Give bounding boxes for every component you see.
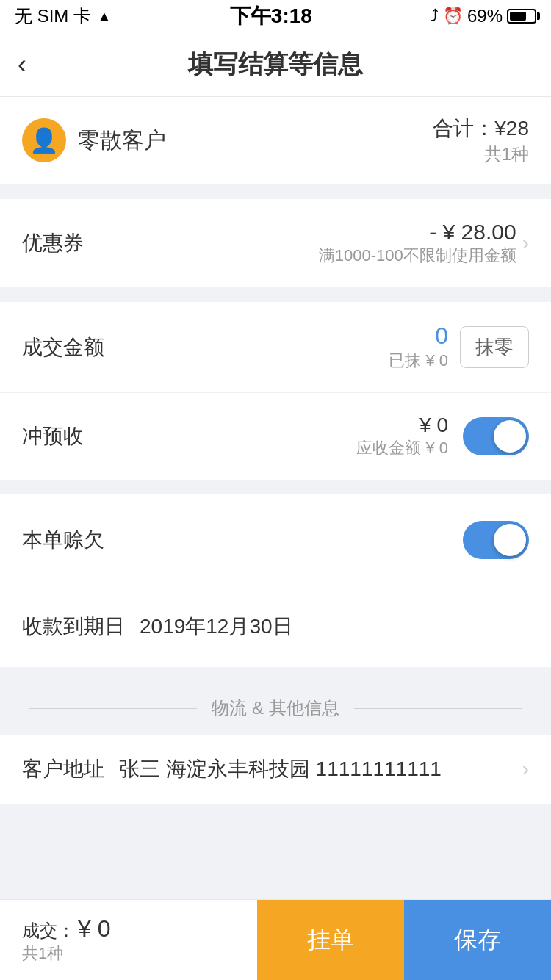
total-count: 共1种 (433, 143, 529, 166)
wifi-icon: ▲ (97, 8, 112, 25)
carrier-label: 无 SIM 卡 (15, 4, 91, 28)
divider-2 (0, 287, 551, 302)
prereceipt-info: ¥ 0 应收金额 ¥ 0 (356, 414, 448, 459)
battery-icon (507, 9, 536, 24)
page-title: 填写结算等信息 (188, 48, 363, 82)
battery-percent: 69% (467, 6, 503, 26)
prereceipt-receivable: 应收金额 ¥ 0 (356, 437, 448, 459)
address-row[interactable]: 客户地址 张三 海淀永丰科技园 11111111111 › (0, 735, 551, 804)
divider-1 (0, 184, 551, 199)
bottom-deal-label: 成交： (22, 919, 75, 943)
back-button[interactable]: ‹ (18, 49, 26, 80)
location-icon: ⤴ (431, 7, 439, 26)
coupon-info: - ¥ 28.00 满1000-100不限制使用金额 (319, 220, 516, 267)
save-button[interactable]: 保存 (404, 900, 551, 981)
coupon-label: 优惠券 (22, 229, 84, 257)
content-area: 👤 零散客户 合计：¥28 共1种 优惠券 - ¥ 28.00 满1000-10… (0, 97, 551, 980)
transaction-right: 0 已抹 ¥ 0 抹零 (389, 323, 529, 372)
debt-row: 本单赊欠 (0, 494, 551, 586)
prereceipt-row: 冲预收 ¥ 0 应收金额 ¥ 0 (0, 392, 551, 480)
hang-button[interactable]: 挂单 (257, 900, 404, 981)
transaction-section: 成交金额 0 已抹 ¥ 0 抹零 冲预收 ¥ 0 应收金额 ¥ 0 (0, 302, 551, 480)
coupon-chevron-icon: › (522, 231, 529, 255)
debt-label: 本单赊欠 (22, 526, 104, 554)
status-left: 无 SIM 卡 ▲ (15, 4, 112, 28)
prereceipt-toggle[interactable] (463, 417, 529, 455)
round-off-button[interactable]: 抹零 (460, 326, 529, 368)
transaction-amount[interactable]: 0 (389, 323, 448, 350)
debt-toggle-knob (494, 524, 526, 556)
logistics-title: 物流 & 其他信息 (197, 696, 353, 720)
deal-row: 成交： ¥ 0 (22, 915, 235, 943)
customer-left: 👤 零散客户 (22, 118, 166, 162)
customer-section: 👤 零散客户 合计：¥28 共1种 (0, 97, 551, 184)
status-right: ⤴ ⏰ 69% (431, 6, 536, 26)
prereceipt-amount: ¥ 0 (356, 414, 448, 437)
prereceipt-right: ¥ 0 应收金额 ¥ 0 (356, 414, 529, 459)
address-section: 客户地址 张三 海淀永丰科技园 11111111111 › (0, 735, 551, 804)
status-bar: 无 SIM 卡 ▲ 下午3:18 ⤴ ⏰ 69% (0, 0, 551, 32)
address-value: 张三 海淀永丰科技园 11111111111 (119, 755, 522, 783)
nav-bar: ‹ 填写结算等信息 (0, 32, 551, 97)
transaction-value-area: 0 已抹 ¥ 0 (389, 323, 448, 372)
coupon-desc: 满1000-100不限制使用金额 (319, 245, 516, 267)
duedate-row[interactable]: 收款到期日 2019年12月30日 (0, 586, 551, 667)
customer-total: 合计：¥28 共1种 (433, 115, 529, 166)
transaction-label: 成交金额 (22, 334, 104, 361)
address-label: 客户地址 (22, 755, 104, 783)
transaction-row: 成交金额 0 已抹 ¥ 0 抹零 (0, 302, 551, 392)
prereceipt-label: 冲预收 (22, 422, 84, 450)
coupon-right: - ¥ 28.00 满1000-100不限制使用金额 › (319, 220, 529, 267)
transaction-deducted: 已抹 ¥ 0 (389, 350, 448, 372)
customer-name: 零散客户 (78, 126, 166, 156)
coupon-row[interactable]: 优惠券 - ¥ 28.00 满1000-100不限制使用金额 › (0, 199, 551, 287)
status-time: 下午3:18 (230, 2, 312, 30)
avatar-icon: 👤 (29, 126, 59, 154)
address-chevron-icon: › (522, 757, 529, 781)
coupon-discount: - ¥ 28.00 (319, 220, 516, 245)
logistics-header: 物流 & 其他信息 (0, 682, 551, 735)
divider-3 (0, 480, 551, 494)
bottom-summary: 成交： ¥ 0 共1种 (0, 915, 257, 965)
debt-section: 本单赊欠 收款到期日 2019年12月30日 (0, 494, 551, 667)
bottom-count: 共1种 (22, 943, 235, 965)
total-amount: 合计：¥28 (433, 115, 529, 143)
toggle-knob (494, 420, 526, 453)
customer-row[interactable]: 👤 零散客户 合计：¥28 共1种 (0, 97, 551, 184)
bottom-deal-amount: ¥ 0 (78, 915, 110, 943)
bottom-bar: 成交： ¥ 0 共1种 挂单 保存 (0, 899, 551, 980)
divider-4 (0, 667, 551, 682)
duedate-value: 2019年12月30日 (140, 613, 293, 641)
debt-toggle[interactable] (463, 521, 529, 559)
alarm-icon: ⏰ (443, 7, 463, 26)
coupon-section: 优惠券 - ¥ 28.00 满1000-100不限制使用金额 › (0, 199, 551, 287)
duedate-label: 收款到期日 (22, 613, 125, 641)
customer-avatar: 👤 (22, 118, 66, 162)
